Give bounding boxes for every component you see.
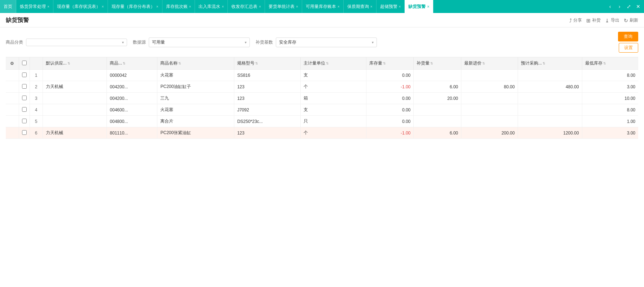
row-latest-price-2: [461, 93, 518, 104]
th-settings: ⚙: [6, 57, 19, 70]
top-navigation: 首页 炼货异常处理 × 现存量（库存状况表） × 现存量（库存分布表） × 库存…: [0, 0, 644, 13]
nav-tab-keyongliang[interactable]: 可用量库存账本 ×: [302, 0, 344, 13]
row-checkbox-2[interactable]: [22, 96, 27, 100]
th-num: [30, 57, 43, 70]
row-spec-4: DS250*23c...: [234, 116, 300, 127]
th-unit-sort[interactable]: 主计量单位 ⇅: [304, 60, 329, 66]
nav-controls: ‹ › ⤢ ✕: [604, 0, 644, 13]
share-button[interactable]: ⤴ 分享: [569, 17, 582, 23]
th-spec-sort[interactable]: 规格型号 ⇅: [237, 60, 258, 66]
export-icon: ⤓: [605, 18, 609, 23]
nav-prev-button[interactable]: ‹: [606, 2, 614, 11]
row-supplier-2: [43, 93, 107, 104]
row-latest-price-3: [461, 104, 518, 116]
row-checkbox-5[interactable]: [22, 130, 27, 135]
row-latest-price-0: [461, 70, 518, 81]
datasource-dropdown-icon: ▾: [245, 40, 247, 44]
category-select[interactable]: ▾: [26, 39, 127, 46]
row-replenish-1: 6.00: [414, 81, 461, 93]
row-replenish-5: 6.00: [414, 127, 461, 139]
filter-bar: 商品分类 ▾ 数据源 可用量 ▾ 补货基数 安全库存 ▾ 查询 设置: [0, 27, 644, 57]
close-tab-lianghuo[interactable]: ×: [47, 5, 49, 9]
nav-next-button[interactable]: ›: [615, 2, 624, 11]
close-tab-quehuo[interactable]: ×: [427, 5, 429, 9]
nav-tab-baozhi[interactable]: 保质期查询 ×: [344, 0, 377, 13]
nav-tab-kucun[interactable]: 库存批次账 ×: [162, 0, 195, 13]
column-settings-icon[interactable]: ⚙: [10, 61, 14, 66]
th-goods-name: 商品名称 ⇅: [157, 57, 234, 70]
row-supplier-3: [43, 104, 107, 116]
select-all-checkbox[interactable]: [22, 61, 27, 65]
nav-tab-quehuo[interactable]: 缺货预警 ×: [405, 0, 433, 13]
row-settings-0: [6, 70, 19, 81]
row-est-purchase-3: [518, 104, 582, 116]
nav-tab-shoufacun[interactable]: 收发存汇总表 ×: [228, 0, 265, 13]
replenish-base-filter-group: 补货基数 安全库存 ▾: [256, 37, 377, 47]
row-settings-3: [6, 104, 19, 116]
row-replenish-4: [414, 116, 461, 127]
row-supplier-1: 力天机械: [43, 81, 107, 93]
close-tab-chaochujing[interactable]: ×: [399, 5, 401, 9]
th-min-stock-sort[interactable]: 最低库存 ⇅: [585, 60, 606, 66]
row-latest-price-4: [461, 116, 518, 127]
settings-button[interactable]: 设置: [619, 43, 638, 53]
row-num-1: 2: [30, 81, 43, 93]
th-goods-name-sort[interactable]: 商品名称 ⇅: [160, 60, 181, 66]
nav-tab-lianghuo[interactable]: 炼货异常处理 ×: [16, 0, 53, 13]
replenish-base-select[interactable]: 安全库存 ▾: [276, 37, 377, 47]
row-supplier-4: [43, 116, 107, 127]
th-spec: 规格型号 ⇅: [234, 57, 300, 70]
close-tab-xiancun2[interactable]: ×: [156, 5, 158, 9]
replenish-button[interactable]: ⊞ 补货: [586, 17, 601, 23]
nav-tab-xiancun2[interactable]: 现存量（库存分布表） ×: [108, 0, 162, 13]
datasource-select[interactable]: 可用量 ▾: [149, 37, 250, 47]
page-title: 缺货预警: [6, 17, 29, 24]
table-row: 5 004800... 离合片 DS250*23c... 只 0.00 1.00: [6, 116, 638, 127]
nav-tab-xiancun1[interactable]: 现存量（库存状况表） ×: [53, 0, 108, 13]
close-tab-churu[interactable]: ×: [222, 5, 224, 9]
row-unit-4: 只: [300, 116, 366, 127]
row-goods-name-2: 三九: [157, 93, 234, 104]
export-button[interactable]: ⤓ 导出: [605, 17, 619, 23]
row-checkbox-3[interactable]: [22, 107, 27, 112]
goods-code-sort-icon: ⇅: [123, 62, 126, 65]
close-tab-xiancun1[interactable]: ×: [102, 5, 104, 9]
close-tab-kucun[interactable]: ×: [189, 5, 191, 9]
row-spec-3: J7092: [234, 104, 300, 116]
nav-tab-churu[interactable]: 出入库流水 ×: [195, 0, 228, 13]
row-settings-1: [6, 81, 19, 93]
row-goods-code-5: 801110...: [107, 127, 157, 139]
th-latest-price-sort[interactable]: 最新进价 ⇅: [464, 60, 485, 66]
query-button[interactable]: 查询: [618, 32, 638, 41]
th-supplier-sort[interactable]: 默认供应... ⇅: [46, 60, 70, 66]
close-tab-yaohuo[interactable]: ×: [296, 5, 298, 9]
row-min-stock-1: 3.00: [582, 81, 638, 93]
th-goods-code-sort[interactable]: 商品... ⇅: [110, 60, 126, 66]
nav-tab-yaohuo[interactable]: 要货单统计表 ×: [265, 0, 302, 13]
row-checkbox-0[interactable]: [22, 72, 27, 77]
row-checkbox-cell-3: [19, 104, 30, 116]
row-checkbox-4[interactable]: [22, 119, 27, 123]
close-tab-keyongliang[interactable]: ×: [338, 5, 340, 9]
row-min-stock-4: 1.00: [582, 116, 638, 127]
row-settings-2: [6, 93, 19, 104]
row-unit-2: 箱: [300, 93, 366, 104]
row-checkbox-cell-2: [19, 93, 30, 104]
row-spec-2: 123: [234, 93, 300, 104]
row-checkbox-1[interactable]: [22, 84, 27, 89]
th-replenish-sort[interactable]: 补货量 ⇅: [417, 60, 433, 66]
close-tab-shoufacun[interactable]: ×: [259, 5, 261, 9]
row-min-stock-0: 8.00: [582, 70, 638, 81]
replenish-base-dropdown-icon: ▾: [372, 40, 374, 44]
nav-close-button[interactable]: ✕: [634, 2, 643, 11]
nav-tab-home[interactable]: 首页: [0, 0, 16, 13]
nav-tab-chaochujing[interactable]: 超储预警 ×: [377, 0, 405, 13]
close-tab-baozhi[interactable]: ×: [370, 5, 373, 9]
nav-restore-button[interactable]: ⤢: [625, 2, 633, 11]
row-est-purchase-1: 480.00: [518, 81, 582, 93]
th-stock-sort[interactable]: 库存量 ⇅: [369, 60, 386, 66]
refresh-button[interactable]: ↻ 刷新: [624, 17, 638, 23]
th-est-purchase-sort[interactable]: 预计采购... ⇅: [521, 60, 545, 66]
row-num-0: 1: [30, 70, 43, 81]
th-supplier: 默认供应... ⇅: [43, 57, 107, 70]
